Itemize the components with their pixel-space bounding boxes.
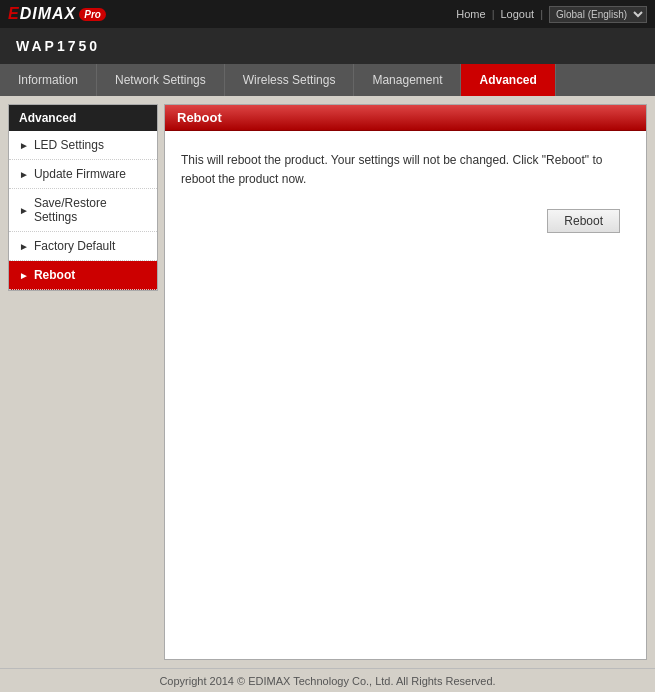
topbar-links: Home | Logout | Global (English) [456, 6, 647, 23]
reboot-description: This will reboot the product. Your setti… [181, 151, 630, 189]
sidebar: Advanced ► LED Settings ► Update Firmwar… [8, 104, 158, 291]
arrow-icon: ► [19, 205, 29, 216]
separator1: | [492, 8, 495, 20]
sidebar-item-led-settings[interactable]: ► LED Settings [9, 131, 157, 160]
logo-area: EDIMAX Pro [8, 5, 106, 23]
content-body: This will reboot the product. Your setti… [165, 131, 646, 253]
arrow-icon: ► [19, 140, 29, 151]
sidebar-item-firmware-label: Update Firmware [34, 167, 126, 181]
footer: Copyright 2014 © EDIMAX Technology Co., … [0, 668, 655, 692]
content-area: Reboot This will reboot the product. You… [164, 104, 647, 660]
nav-item-network-settings[interactable]: Network Settings [97, 64, 225, 96]
content-header: Reboot [165, 105, 646, 131]
nav-item-advanced[interactable]: Advanced [461, 64, 555, 96]
logout-link[interactable]: Logout [500, 8, 534, 20]
sidebar-item-reboot[interactable]: ► Reboot [9, 261, 157, 290]
navbar: Information Network Settings Wireless Se… [0, 64, 655, 96]
arrow-icon-active: ► [19, 270, 29, 281]
nav-item-information[interactable]: Information [0, 64, 97, 96]
sidebar-item-reboot-label: Reboot [34, 268, 75, 282]
device-name: WAP1750 [16, 38, 100, 54]
sidebar-item-led-label: LED Settings [34, 138, 104, 152]
main-layout: Advanced ► LED Settings ► Update Firmwar… [0, 96, 655, 668]
sidebar-item-save-label: Save/Restore Settings [34, 196, 147, 224]
brand-name: EDIMAX [8, 5, 76, 23]
sidebar-item-update-firmware[interactable]: ► Update Firmware [9, 160, 157, 189]
sidebar-header: Advanced [9, 105, 157, 131]
reboot-button[interactable]: Reboot [547, 209, 620, 233]
sidebar-item-factory-label: Factory Default [34, 239, 115, 253]
language-select[interactable]: Global (English) [549, 6, 647, 23]
device-header: WAP1750 [0, 28, 655, 64]
reboot-button-row: Reboot [181, 209, 630, 233]
arrow-icon: ► [19, 241, 29, 252]
topbar: EDIMAX Pro Home | Logout | Global (Engli… [0, 0, 655, 28]
nav-item-wireless-settings[interactable]: Wireless Settings [225, 64, 355, 96]
home-link[interactable]: Home [456, 8, 485, 20]
footer-text: Copyright 2014 © EDIMAX Technology Co., … [159, 675, 495, 687]
pro-badge: Pro [79, 8, 106, 21]
arrow-icon: ► [19, 169, 29, 180]
separator2: | [540, 8, 543, 20]
sidebar-item-factory-default[interactable]: ► Factory Default [9, 232, 157, 261]
sidebar-item-save-restore[interactable]: ► Save/Restore Settings [9, 189, 157, 232]
nav-item-management[interactable]: Management [354, 64, 461, 96]
